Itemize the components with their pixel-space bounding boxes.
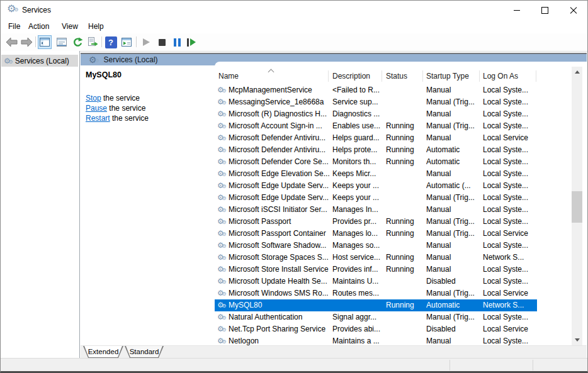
service-row[interactable]: ⚙ Microsoft Storage Spaces S... Host ser… xyxy=(215,252,537,264)
service-row[interactable]: ⚙ Natural Authentication Signal aggr... … xyxy=(215,311,537,323)
cell-name: Microsoft Store Install Service xyxy=(229,264,329,276)
column-header-row: Name Description Status Startup Type Log… xyxy=(215,69,587,84)
menu-file[interactable]: File xyxy=(8,20,20,33)
cell-status: Running xyxy=(386,144,424,156)
service-row[interactable]: ⚙ Microsoft Defender Antiviru... Helps g… xyxy=(215,132,537,144)
cell-status xyxy=(386,240,424,252)
vertical-scrollbar[interactable] xyxy=(572,67,582,345)
tab-extended[interactable]: Extended xyxy=(83,346,123,358)
cell-status xyxy=(386,84,424,96)
menu-action[interactable]: Action xyxy=(28,20,49,33)
back-icon xyxy=(6,37,18,47)
pause-service-line: Pause the service xyxy=(86,104,145,113)
service-row[interactable]: ⚙ Netlogon Maintains a ... Manual Local … xyxy=(215,335,537,345)
service-row[interactable]: ⚙ McpManagementService <Failed to R... M… xyxy=(215,84,537,96)
cell-log-on-as: Local Syste... xyxy=(483,335,536,345)
cell-startup-type: Manual (Trig... xyxy=(426,216,480,228)
chevron-down-icon xyxy=(575,338,580,342)
column-separator[interactable] xyxy=(536,70,536,82)
cell-description: Service sup... xyxy=(332,96,384,108)
restart-service-button[interactable] xyxy=(184,35,198,49)
tab-standard-label: Standard xyxy=(125,346,164,357)
minimize-button[interactable] xyxy=(502,1,531,20)
export-list-button[interactable] xyxy=(86,35,99,49)
column-separator[interactable] xyxy=(422,70,423,82)
cell-status xyxy=(386,96,424,108)
cell-description: Manages so... xyxy=(332,240,384,252)
cell-log-on-as: Network S... xyxy=(483,252,536,264)
column-separator[interactable] xyxy=(382,70,382,82)
cell-description: Helps guard... xyxy=(332,132,384,144)
service-row[interactable]: ⚙ Microsoft Windows SMS Ro... Routes mes… xyxy=(215,287,537,299)
show-console-tree-button[interactable] xyxy=(38,35,52,49)
stop-service-text: the service xyxy=(101,94,140,103)
cell-name: Microsoft Storage Spaces S... xyxy=(229,252,329,264)
column-header-startup-type[interactable]: Startup Type xyxy=(426,69,469,84)
menu-help[interactable]: Help xyxy=(88,20,104,33)
stop-service-button[interactable] xyxy=(155,35,169,49)
column-header-status[interactable]: Status xyxy=(386,69,407,84)
scroll-up-button[interactable] xyxy=(572,67,582,77)
forward-button[interactable] xyxy=(20,35,33,49)
cell-status: Running xyxy=(386,132,424,144)
column-separator[interactable] xyxy=(328,70,329,82)
scroll-down-button[interactable] xyxy=(572,335,582,345)
service-row[interactable]: ⚙ MessagingService_1e8668a Service sup..… xyxy=(215,96,537,108)
band-title: Services (Local) xyxy=(104,55,158,64)
sidebar-item-services-local[interactable]: ⚙ Services (Local) xyxy=(1,55,78,67)
service-row[interactable]: ⚙ Microsoft Defender Core Se... Monitors… xyxy=(215,156,537,168)
properties-button[interactable] xyxy=(55,35,69,49)
service-row[interactable]: ⚙ Microsoft iSCSI Initiator Ser... Manag… xyxy=(215,204,537,216)
column-separator[interactable] xyxy=(479,70,480,82)
cell-name: Netlogon xyxy=(229,335,329,345)
back-button[interactable] xyxy=(4,35,18,49)
service-row[interactable]: ⚙ Microsoft Edge Elevation Se... Keeps M… xyxy=(215,168,537,180)
tab-standard[interactable]: Standard xyxy=(125,346,164,358)
maximize-button[interactable] xyxy=(531,1,559,20)
cell-description: Routes mes... xyxy=(332,287,384,299)
cell-name: McpManagementService xyxy=(229,84,329,96)
cell-description: Keeps your ... xyxy=(332,180,384,192)
service-row[interactable]: ⚙ Microsoft Update Health Se... Maintain… xyxy=(215,276,537,287)
service-row[interactable]: ⚙ Microsoft (R) Diagnostics H... Diagnos… xyxy=(215,108,537,120)
service-row[interactable]: ⚙ Microsoft Account Sign-in ... Enables … xyxy=(215,120,537,132)
scrollbar-thumb[interactable] xyxy=(572,191,582,223)
restart-service-line: Restart the service xyxy=(86,114,149,123)
service-row[interactable]: ⚙ Microsoft Software Shadow... Manages s… xyxy=(215,240,537,252)
service-gear-icon: ⚙ xyxy=(217,301,224,309)
cell-log-on-as: Local Syste... xyxy=(483,264,536,276)
column-header-description[interactable]: Description xyxy=(332,69,370,84)
service-list-panel: Name Description Status Startup Type Log… xyxy=(215,62,587,345)
cell-name: Microsoft Edge Elevation Se... xyxy=(229,168,329,180)
cell-name: Microsoft Edge Update Serv... xyxy=(229,180,329,192)
service-row[interactable]: ⚙ Microsoft Defender Antiviru... Helps p… xyxy=(215,144,537,156)
status-bar xyxy=(1,358,587,372)
service-row[interactable]: ⚙ Microsoft Passport Provides pr... Runn… xyxy=(215,216,537,228)
cell-description: Provides abi... xyxy=(332,323,384,335)
service-row[interactable]: ⚙ Net.Tcp Port Sharing Service Provides … xyxy=(215,323,537,335)
start-service-button[interactable] xyxy=(139,35,153,49)
tab-extended-label: Extended xyxy=(83,346,123,357)
forward-icon xyxy=(21,37,33,47)
cell-log-on-as: Local Syste... xyxy=(483,108,536,120)
service-row[interactable]: ⚙ Microsoft Passport Container Manages l… xyxy=(215,228,537,240)
help-icon: ? xyxy=(105,36,117,48)
refresh-button[interactable] xyxy=(71,35,84,49)
service-row[interactable]: ⚙ Microsoft Store Install Service Provid… xyxy=(215,264,537,276)
help-button[interactable]: ? xyxy=(104,35,118,49)
cell-description: Diagnostics ... xyxy=(332,108,384,120)
column-header-name[interactable]: Name xyxy=(218,69,239,84)
pause-service-button[interactable] xyxy=(170,35,184,49)
service-row[interactable]: ⚙ Microsoft Edge Update Serv... Keeps yo… xyxy=(215,180,537,192)
service-row[interactable]: ⚙ MySQL80 Running Automatic Network S... xyxy=(215,299,537,311)
close-button[interactable] xyxy=(559,1,587,20)
menu-view[interactable]: View xyxy=(62,20,78,33)
column-header-log-on-as[interactable]: Log On As xyxy=(483,69,518,84)
pause-service-link[interactable]: Pause xyxy=(86,104,107,113)
restart-service-link[interactable]: Restart xyxy=(86,114,110,123)
cell-status xyxy=(386,192,424,204)
show-extended-view-button[interactable] xyxy=(120,35,133,49)
stop-service-link[interactable]: Stop xyxy=(86,94,101,103)
service-row[interactable]: ⚙ Microsoft Edge Update Serv... Keeps yo… xyxy=(215,192,537,204)
cell-status xyxy=(386,108,424,120)
